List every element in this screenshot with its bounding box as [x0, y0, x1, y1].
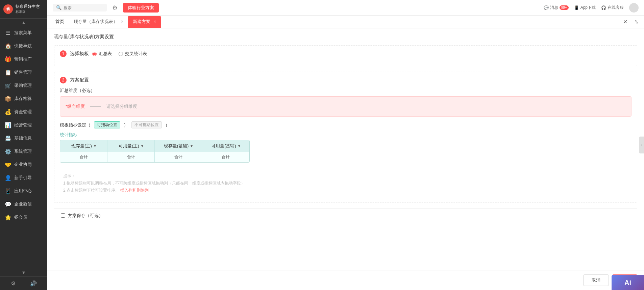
stats-col-3-header[interactable]: 可用量(基辅) ▾ — [202, 140, 249, 152]
col-3-chevron-icon: ▾ — [238, 144, 240, 148]
tabs-bar: 首页 现存量（库存状况表） × 新建方案 × ✕ ⤡ — [47, 16, 644, 28]
search-icon: 🔍 — [56, 5, 61, 10]
col-0-chevron-icon: ▾ — [94, 144, 96, 148]
sidebar-settings-icon[interactable]: ⚙ — [11, 280, 16, 287]
gear-button[interactable]: ⚙ — [111, 3, 119, 13]
ai-float-button[interactable]: Ai — [612, 275, 644, 290]
sidebar-item-system[interactable]: ⚙️ 系统管理 — [0, 145, 47, 158]
app-logo: 畅 畅康通好生意 标准版 — [0, 0, 47, 19]
quick-nav-icon: 🏠 — [5, 43, 11, 49]
sidebar-item-search-menu[interactable]: ☰ 搜索菜单 — [0, 26, 47, 40]
sidebar-item-enterprise[interactable]: 🤝 企业协同 — [0, 158, 47, 171]
sidebar-item-enterprise-wx[interactable]: 💬 企业微信 — [0, 198, 47, 211]
section-config: 2 方案配置 汇总维度（必选） *纵向维度 —— 请选择分组维度 模板指标设定（… — [54, 72, 637, 203]
tab-new-scheme-close[interactable]: × — [154, 19, 156, 24]
col-1-chevron-icon: ▾ — [141, 144, 143, 148]
sidebar-item-inventory[interactable]: 📦 库存核算 — [0, 92, 47, 105]
dimension-placeholder: 请选择分组维度 — [106, 103, 137, 110]
sidebar-item-marketing[interactable]: 🎁 营销推广 — [0, 53, 47, 66]
enterprise-wx-icon: 💬 — [5, 201, 11, 208]
radio-summary-label: 汇总表 — [99, 51, 112, 57]
panel-expand-button[interactable]: ⤡ — [632, 18, 641, 26]
stats-col-1-header[interactable]: 可用量(主) ▾ — [107, 140, 155, 152]
tab-new-scheme-label: 新建方案 — [133, 19, 150, 25]
tab-inventory-label: 现存量（库存状况表） — [74, 19, 118, 25]
content-area: 现存量(库存状况表)方案设置 1 选择模板 汇总表 交叉统计表 — [47, 28, 644, 270]
sidebar-item-newcomer[interactable]: 👤 新手引导 — [0, 171, 47, 185]
sidebar-nav: ☰ 搜索菜单 🏠 快捷导航 🎁 营销推广 📋 销售管理 🛒 采购管理 📦 库存核… — [0, 26, 47, 269]
stats-data-row: 合计 合计 合计 合计 — [60, 152, 249, 162]
ai-label: Ai — [624, 279, 631, 287]
hint-prefix: 提示： — [63, 172, 628, 180]
radio-summary-input[interactable] — [92, 52, 97, 56]
radio-cross-label: 交叉统计表 — [125, 51, 147, 57]
sidebar-item-quick-nav[interactable]: 🏠 快捷导航 — [0, 40, 47, 53]
trial-button[interactable]: 体验行业方案 — [123, 3, 159, 13]
sidebar-item-label: 畅会员 — [14, 214, 27, 220]
sidebar-item-label: 系统管理 — [14, 148, 32, 154]
sidebar-item-operations[interactable]: 📊 经营管理 — [0, 119, 47, 132]
sidebar-item-label: 企业协同 — [14, 162, 32, 168]
sidebar-item-app-center[interactable]: 📱 应用中心 — [0, 185, 47, 198]
stats-col-0-data: 合计 — [60, 152, 107, 162]
app-download-icon: 📱 — [574, 5, 579, 10]
radio-summary[interactable]: 汇总表 — [92, 51, 112, 57]
sidebar-item-label: 新手引导 — [14, 175, 32, 181]
tab-inventory[interactable]: 现存量（库存状况表） × — [69, 16, 128, 28]
online-service-button[interactable]: 🎧 在线客服 — [601, 5, 624, 10]
right-edge-collapse[interactable]: › — [639, 137, 644, 153]
sidebar-item-label: 采购管理 — [14, 82, 32, 89]
col-2-chevron-icon: ▾ — [191, 144, 193, 148]
message-button[interactable]: 💬 消息 99+ — [544, 5, 569, 10]
stats-col-1-label: 可用量(主) — [119, 143, 139, 149]
app-edition: 标准版 — [16, 9, 40, 14]
tab-inventory-close[interactable]: × — [121, 19, 123, 24]
cancel-button[interactable]: 取消 — [583, 274, 609, 286]
sidebar-item-member[interactable]: ⭐ 畅会员 — [0, 211, 47, 224]
sidebar-speaker-icon[interactable]: 🔊 — [30, 280, 37, 287]
marketing-icon: 🎁 — [5, 56, 11, 63]
top-header: 🔍 ⚙ 体验行业方案 💬 消息 99+ 📱 App下载 🎧 在线客服 — [47, 0, 644, 16]
tab-home[interactable]: 首页 — [51, 16, 69, 28]
sidebar-scroll-down[interactable]: ▼ — [0, 269, 47, 276]
purchase-icon: 🛒 — [5, 82, 11, 89]
stats-col-0-label: 现存量(主) — [71, 143, 92, 149]
sidebar-item-label: 企业微信 — [14, 201, 32, 207]
radio-cross-input[interactable] — [119, 52, 123, 56]
app-download-button[interactable]: 📱 App下载 — [574, 5, 596, 10]
stats-col-0-header[interactable]: 现存量(主) ▾ — [60, 140, 107, 152]
sidebar-item-basic-info[interactable]: 📇 基础信息 — [0, 132, 47, 145]
panel-controls: ✕ ⤡ — [621, 18, 641, 26]
stats-col-3-data: 合计 — [202, 152, 249, 162]
sidebar: 畅 畅康通好生意 标准版 ▲ ☰ 搜索菜单 🏠 快捷导航 🎁 营销推广 📋 销售… — [0, 0, 47, 290]
stats-col-2-header[interactable]: 现存量(基辅) ▾ — [155, 140, 202, 152]
sidebar-item-label: 营销推广 — [14, 56, 32, 62]
save-row: 方案保存（可选） — [54, 208, 637, 223]
sidebar-item-finance[interactable]: 💰 资金管理 — [0, 105, 47, 119]
user-avatar[interactable] — [629, 3, 639, 13]
sidebar-scroll-up[interactable]: ▲ — [0, 19, 47, 26]
save-checkbox[interactable] — [61, 213, 65, 218]
stats-table: 现存量(主) ▾ 可用量(主) ▾ 现存量(基辅) ▾ 可用量(基辅) — [60, 140, 250, 163]
sidebar-item-sales[interactable]: 📋 销售管理 — [0, 66, 47, 79]
page-title: 现存量(库存状况表)方案设置 — [54, 34, 637, 40]
stats-section-label: 统计指标 — [60, 132, 631, 138]
app-name: 畅康通好生意 — [16, 4, 40, 9]
sidebar-item-label: 快捷导航 — [14, 43, 32, 49]
sidebar-footer: ⚙ 🔊 — [0, 276, 47, 290]
inventory-icon: 📦 — [5, 96, 11, 102]
search-input[interactable] — [64, 5, 101, 10]
headset-icon: 🎧 — [601, 5, 606, 10]
panel-close-button[interactable]: ✕ — [621, 18, 629, 26]
footer-bar: 取消 查询 — [47, 270, 644, 290]
step1-title: 选择模板 — [70, 51, 89, 57]
movable-tag: 可拖动位置 — [94, 121, 120, 128]
search-menu-icon: ☰ — [5, 30, 11, 36]
dimension-area: *纵向维度 —— 请选择分组维度 — [60, 96, 631, 117]
tab-new-scheme[interactable]: 新建方案 × — [128, 16, 161, 28]
header-left: 🔍 ⚙ 体验行业方案 — [53, 3, 159, 13]
sidebar-item-purchase[interactable]: 🛒 采购管理 — [0, 79, 47, 92]
content-panel: 现存量(库存状况表)方案设置 1 选择模板 汇总表 交叉统计表 — [47, 28, 644, 270]
radio-cross[interactable]: 交叉统计表 — [119, 51, 147, 57]
stats-col-3-label: 可用量(基辅) — [211, 143, 236, 149]
